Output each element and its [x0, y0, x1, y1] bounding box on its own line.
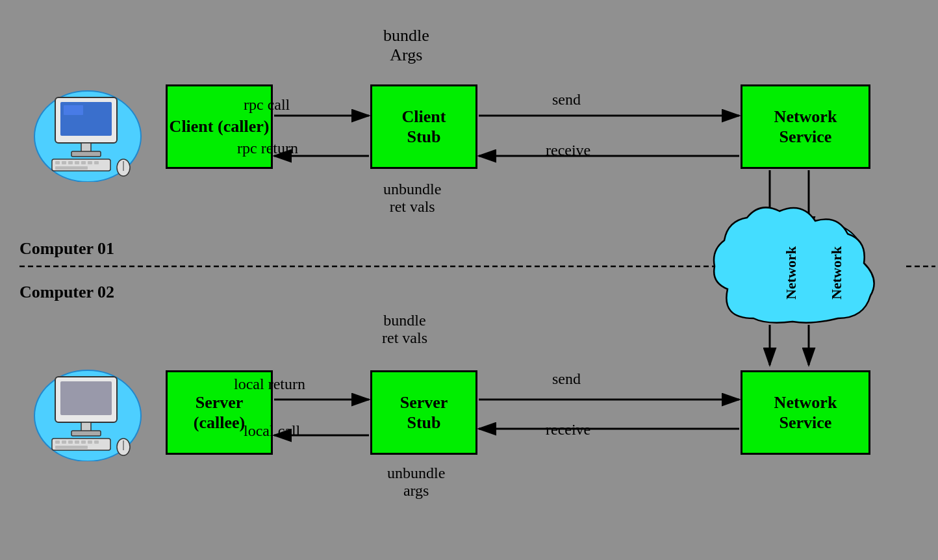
svg-text:Network: Network: [828, 246, 844, 299]
rpc-call-label: rpc call: [244, 96, 290, 114]
svg-rect-23: [55, 161, 60, 164]
svg-rect-39: [55, 440, 60, 444]
svg-rect-25: [68, 161, 73, 164]
client-stub-box: ClientStub: [370, 84, 477, 169]
send-bottom-label: send: [552, 370, 581, 388]
unbundle-args-bottom-label: unbundleargs: [387, 465, 445, 500]
svg-rect-30: [55, 166, 88, 170]
svg-rect-45: [94, 440, 99, 444]
svg-rect-19: [64, 105, 83, 115]
diagram: Client (caller) ClientStub NetworkServic…: [0, 0, 938, 560]
local-call-label: local call: [244, 422, 300, 440]
local-return-label: local return: [234, 375, 305, 393]
receive-top-label: receive: [546, 142, 590, 159]
svg-rect-21: [71, 151, 101, 157]
unbundle-ret-vals-top-label: unbundleret vals: [383, 181, 441, 216]
network-service-top-box: NetworkService: [741, 84, 870, 169]
svg-rect-28: [88, 161, 92, 164]
receive-bottom-label: receive: [546, 421, 590, 439]
svg-rect-29: [94, 161, 99, 164]
network-cloud: Network Network: [708, 188, 890, 327]
svg-rect-27: [81, 161, 86, 164]
svg-rect-41: [68, 440, 73, 444]
network-service-bottom-box: NetworkService: [741, 370, 870, 455]
svg-text:Network: Network: [783, 246, 799, 299]
rpc-return-label: rpc return: [237, 140, 298, 157]
svg-rect-46: [55, 446, 88, 449]
svg-rect-37: [71, 431, 101, 436]
svg-rect-24: [62, 161, 66, 164]
computer02-label: Computer 02: [19, 283, 114, 302]
computer-icon-top: [32, 78, 143, 185]
send-top-label: send: [552, 91, 581, 108]
svg-rect-42: [75, 440, 79, 444]
svg-rect-43: [81, 440, 86, 444]
svg-rect-40: [62, 440, 66, 444]
svg-rect-44: [88, 440, 92, 444]
server-stub-box: ServerStub: [370, 370, 477, 455]
bundle-ret-vals-bottom-label: bundleret vals: [382, 312, 427, 347]
svg-rect-35: [60, 381, 112, 415]
computer01-label: Computer 01: [19, 239, 114, 259]
svg-rect-26: [75, 161, 79, 164]
computer-icon-bottom: [32, 357, 143, 464]
bundle-args-label: bundleArgs: [383, 26, 429, 65]
